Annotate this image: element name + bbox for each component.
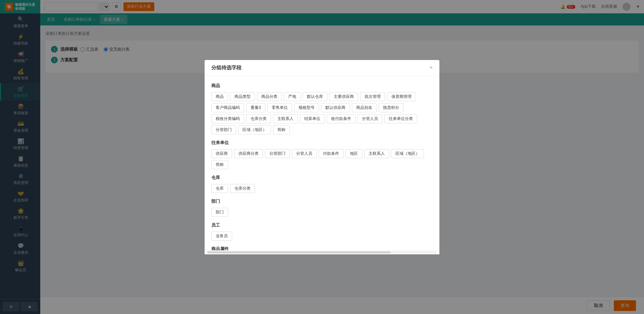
modal-body[interactable]: 商品商品商品类型商品分类产地默认仓库主要供应商批次管理保质期管理客户商品编码重量… — [205, 76, 439, 250]
modal-overlay: 分组待选字段 × 商品商品商品类型商品分类产地默认仓库主要供应商批次管理保质期管… — [0, 0, 644, 314]
tag-counterpart-7[interactable]: 区域（地区） — [391, 149, 424, 158]
tag-employee-0[interactable]: 业务员 — [211, 232, 232, 241]
tag-goods-20[interactable]: 分管人员 — [358, 114, 382, 123]
tag-goods-15[interactable]: 税收分类编码 — [211, 114, 244, 123]
tags-group-department: 部门 — [211, 208, 433, 217]
tag-goods-4[interactable]: 默认仓库 — [303, 92, 327, 101]
section-title-department: 部门 — [211, 198, 433, 204]
tag-goods-0[interactable]: 商品 — [211, 92, 228, 101]
tag-goods-18[interactable]: 结算单位 — [300, 114, 325, 123]
section-title-warehouse: 仓库 — [211, 175, 433, 181]
tag-counterpart-3[interactable]: 分管人员 — [292, 149, 317, 158]
tag-counterpart-4[interactable]: 付款条件 — [319, 149, 343, 158]
tag-goods-23[interactable]: 区域（地区） — [238, 125, 271, 134]
tag-goods-8[interactable]: 客户商品编码 — [211, 103, 244, 112]
tag-goods-6[interactable]: 批次管理 — [360, 92, 385, 101]
tag-counterpart-2[interactable]: 分管部门 — [265, 149, 290, 158]
tag-warehouse-0[interactable]: 仓库 — [211, 184, 228, 193]
tag-counterpart-0[interactable]: 供应商 — [211, 149, 232, 158]
modal-close-button[interactable]: × — [430, 65, 433, 71]
tag-goods-3[interactable]: 产地 — [284, 92, 301, 101]
scrollbar-thumb — [207, 251, 391, 253]
section-title-product-attr: 商品属性 — [211, 246, 433, 250]
tag-warehouse-1[interactable]: 仓库分类 — [230, 184, 255, 193]
modal-footer-scroll — [205, 250, 439, 254]
tags-group-goods: 商品商品类型商品分类产地默认仓库主要供应商批次管理保质期管理客户商品编码重量3零… — [211, 92, 433, 134]
tag-goods-22[interactable]: 分管部门 — [211, 125, 236, 134]
tag-counterpart-8[interactable]: 简称 — [211, 160, 228, 169]
tag-goods-21[interactable]: 往来单位分类 — [384, 114, 417, 123]
tag-goods-12[interactable]: 默认供应商 — [321, 103, 350, 112]
section-title-goods: 商品 — [211, 83, 433, 89]
tag-goods-17[interactable]: 主联系人 — [273, 114, 298, 123]
tag-goods-16[interactable]: 仓库分类 — [246, 114, 271, 123]
tags-group-employee: 业务员 — [211, 232, 433, 241]
tag-goods-19[interactable]: 收付款条件 — [327, 114, 356, 123]
tag-goods-1[interactable]: 商品类型 — [230, 92, 255, 101]
tags-group-counterpart: 供应商供应商分类分管部门分管人员付款条件地区主联系人区域（地区）简称 — [211, 149, 433, 169]
tags-group-warehouse: 仓库仓库分类 — [211, 184, 433, 193]
tag-counterpart-5[interactable]: 地区 — [345, 149, 362, 158]
tag-goods-9[interactable]: 重量3 — [246, 103, 265, 112]
modal-title: 分组待选字段 — [211, 65, 241, 71]
tag-goods-5[interactable]: 主要供应商 — [329, 92, 358, 101]
modal-header: 分组待选字段 × — [205, 60, 439, 76]
tag-goods-11[interactable]: 规格型号 — [294, 103, 319, 112]
horizontal-scrollbar[interactable] — [207, 251, 437, 253]
tag-goods-10[interactable]: 零售单位 — [267, 103, 292, 112]
tag-goods-7[interactable]: 保质期管理 — [387, 92, 416, 101]
tag-counterpart-1[interactable]: 供应商分类 — [234, 149, 263, 158]
section-title-counterpart: 往来单位 — [211, 140, 433, 146]
field-select-modal: 分组待选字段 × 商品商品商品类型商品分类产地默认仓库主要供应商批次管理保质期管… — [205, 60, 439, 254]
tag-goods-13[interactable]: 商品别名 — [352, 103, 377, 112]
tag-goods-14[interactable]: 拣货积分 — [379, 103, 404, 112]
tag-department-0[interactable]: 部门 — [211, 208, 228, 217]
tag-counterpart-6[interactable]: 主联系人 — [364, 149, 389, 158]
tag-goods-24[interactable]: 简称 — [273, 125, 290, 134]
tag-goods-2[interactable]: 商品分类 — [257, 92, 282, 101]
section-title-employee: 员工 — [211, 222, 433, 228]
